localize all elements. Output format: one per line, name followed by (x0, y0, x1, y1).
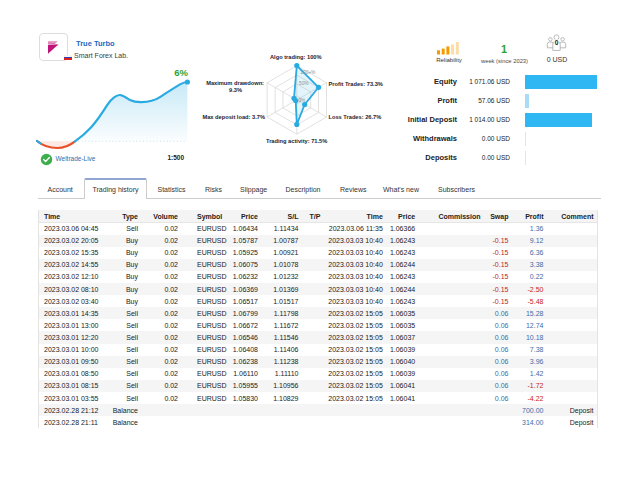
svg-text:0%: 0% (298, 98, 306, 103)
svg-text:50%: 50% (299, 81, 309, 86)
svg-text:0: 0 (555, 39, 559, 46)
svg-text:100+%: 100+% (300, 70, 316, 75)
